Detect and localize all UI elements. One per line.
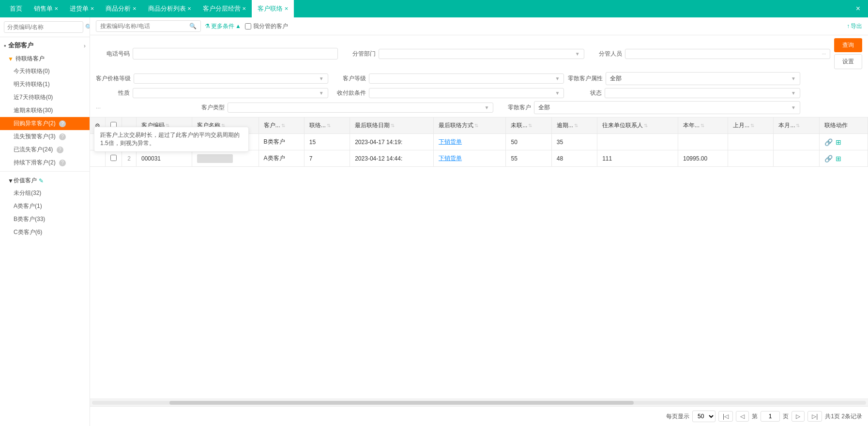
my-customer-checkbox[interactable] [245,23,251,29]
more-conditions-button[interactable]: ⚗ 更多条件 ▲ [205,22,241,30]
sidebar-search-area: 🔍 [0,17,90,37]
sidebar-lost[interactable]: 已流失客户(24) ? [0,143,90,156]
pending-contact-group[interactable]: ▼ 待联络客户 [0,52,90,65]
filter-bar: 🔍 ⚗ 更多条件 ▲ 我分管的客户 ↑ 导出 [90,17,868,35]
row2-contact-method-link[interactable]: 下销货单 [439,155,462,162]
nav-customer-segmentation[interactable]: 客户分层经营 × [197,0,252,17]
lost-preview-info-icon[interactable]: ? [59,133,66,140]
manager-select-arrow-icon: ··· [822,51,826,57]
this-year-col-header[interactable]: 本年...⇅ [678,118,728,134]
table-row: 2 000031 ████ A类客户 7 2023-04-12 14:44: 下… [90,150,868,167]
sidebar-tomorrow-pending[interactable]: 明天待联络(1) [0,78,90,91]
nav-customer-contact[interactable]: 客户联络 × [252,0,294,17]
last-page-button[interactable]: ▷| [807,411,822,422]
retail-attr-arrow-icon: ▼ [791,76,796,81]
row1-overdue: 35 [551,134,597,150]
contact-col-header[interactable]: 联络...⇅ [304,118,350,134]
last-month-col-header[interactable]: 上月...⇅ [728,118,774,134]
price-grade-arrow-icon: ▼ [319,76,324,81]
page-label: 第 [752,412,758,421]
row2-checkbox-cell[interactable] [106,150,122,167]
per-page-select[interactable]: 50 [692,411,716,422]
sidebar-today-pending[interactable]: 今天待联络(0) [0,65,90,78]
retail-attr-select[interactable]: 全部 ▼ [606,72,800,85]
sidebar-unclassified[interactable]: 未分组(32) [0,187,90,200]
my-customer-filter[interactable]: 我分管的客户 [245,22,288,30]
sidebar-7day-pending[interactable]: 近7天待联络(0) [0,91,90,104]
more-dots[interactable]: ··· [96,104,101,111]
sidebar-search-icon[interactable]: 🔍 [85,24,90,30]
horizontal-scrollbar[interactable] [90,398,868,406]
sidebar-overdue-pending[interactable]: 逾期未联络(30) [0,104,90,117]
row1-contact-method-link[interactable]: 下销货单 [439,138,462,145]
row1-action-link-icon[interactable]: 🔗 [824,138,833,146]
customer-grade-label: 客户等级 [332,74,366,83]
nav-sales[interactable]: 销售单 × [28,0,64,17]
category-col-header[interactable]: 客户...⇅ [259,118,304,134]
nav-product-analysis[interactable]: 商品分析 × [100,0,142,17]
customer-type-select[interactable]: ▼ [228,103,494,113]
scrollbar-track[interactable] [92,401,866,405]
row2-code[interactable]: 000031 [137,150,192,167]
retail-customer-select[interactable]: 全部 ▼ [534,101,800,114]
last-contact-date-col-header[interactable]: 最后联络日期⇅ [350,118,434,134]
close-button[interactable]: × [852,4,864,13]
nature-select[interactable]: ▼ [133,88,328,98]
row2-last-contact-method[interactable]: 下销货单 [434,150,506,167]
phone-input[interactable] [133,48,338,59]
sidebar-right-arrow[interactable]: › [84,42,86,49]
this-month-col-header[interactable]: 本月...⇅ [774,118,819,134]
sidebar-b-class[interactable]: B类客户(33) [0,213,90,226]
payment-select[interactable]: ▼ [369,88,564,98]
row1-category: B类客户 [259,134,304,150]
valued-edit-icon[interactable]: ✎ [39,177,44,184]
nav-home[interactable]: 首页 [4,0,28,17]
company-contact-col-header[interactable]: 往来单位联系人⇅ [597,118,678,134]
nav-purchase[interactable]: 进货单 × [64,0,100,17]
sidebar-c-class[interactable]: C类客户(6) [0,226,90,239]
sidebar-lost-preview[interactable]: 流失预警客户(3) ? [0,130,90,143]
customer-grade-select[interactable]: ▼ [369,73,564,84]
collapse-icon[interactable]: ▪ [4,42,6,49]
declining-info-icon[interactable]: ? [59,160,66,166]
row1-last-contact-method[interactable]: 下销货单 [434,134,506,150]
dept-select[interactable]: ▼ [379,49,584,59]
row2-name[interactable]: ████ [192,150,259,167]
retail-attr-label: 零散客户属性 [568,74,603,83]
scrollbar-thumb[interactable] [169,401,634,405]
export-button[interactable]: ↑ 导出 [847,22,862,30]
all-customers-header[interactable]: ▪ 全部客户 › [0,37,90,52]
row1-action-grid-icon[interactable]: ⊞ [836,138,841,146]
prev-page-button[interactable]: ◁ [736,411,749,422]
export-label: 导出 [851,22,862,30]
first-page-button[interactable]: |◁ [718,411,733,422]
search-icon[interactable]: 🔍 [189,23,197,29]
sidebar-declining[interactable]: 持续下滑客户(2) ? [0,156,90,169]
top-navigation: 首页 销售单 × 进货单 × 商品分析 × 商品分析列表 × 客户分层经营 × … [0,0,868,17]
row1-contact: 15 [304,134,350,150]
row2-name-blur: ████ [197,154,233,163]
row2-checkbox[interactable] [110,155,117,161]
lost-info-icon[interactable]: ? [57,147,63,153]
rebuy-info-icon[interactable]: ? [59,120,66,127]
valued-customer-group[interactable]: ▼ 价值客户 ✎ [0,174,90,187]
nav-product-list[interactable]: 商品分析列表 × [142,0,197,17]
sidebar-divider [0,171,90,172]
last-contact-method-col-header[interactable]: 最后联络方式⇅ [434,118,506,134]
page-number-input[interactable] [761,411,780,422]
sidebar-search-input[interactable] [4,21,83,33]
next-page-button[interactable]: ▷ [792,411,805,422]
search-input[interactable] [100,23,187,29]
sidebar-rebuy-abnormal[interactable]: 回购异常客户(2) ? [0,117,90,130]
row2-action-grid-icon[interactable]: ⊞ [836,155,841,162]
status-select[interactable]: ▼ [605,88,800,98]
manager-select[interactable]: ··· [625,49,830,59]
overdue-col-header[interactable]: 逾期...⇅ [551,118,597,134]
setting-button[interactable]: 设置 [834,54,862,69]
query-button[interactable]: 查询 [834,38,862,52]
nature-label: 性质 [96,89,130,97]
sidebar-a-class[interactable]: A类客户(1) [0,200,90,213]
price-grade-select[interactable]: ▼ [134,73,328,84]
pending-col-header[interactable]: 未联...⇅ [506,118,551,134]
row2-action-link-icon[interactable]: 🔗 [824,155,833,162]
